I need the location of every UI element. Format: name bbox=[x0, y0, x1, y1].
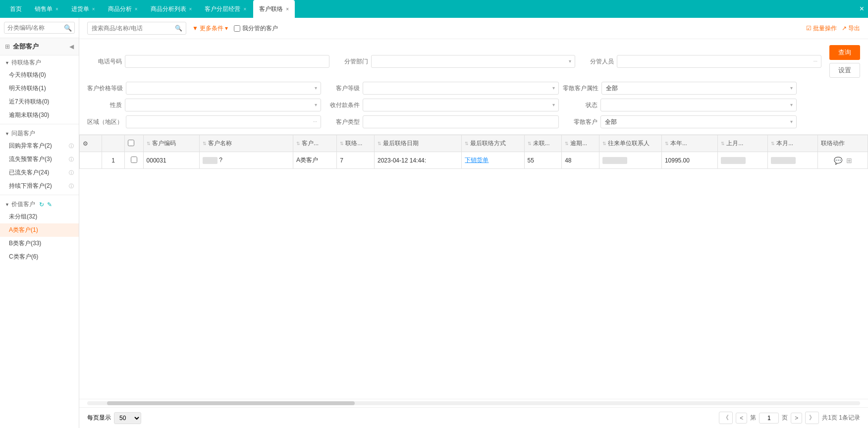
batch-operation-button[interactable]: ☑ 批量操作 bbox=[806, 24, 837, 33]
tab-customer-contact[interactable]: 客户联络 × bbox=[253, 0, 295, 18]
grid-icon: ⊞ bbox=[5, 43, 10, 50]
col-gear[interactable]: ⚙ bbox=[80, 135, 102, 152]
scrollbar-thumb[interactable] bbox=[107, 401, 355, 405]
col-name[interactable]: ⇅ 客户名称 bbox=[200, 135, 293, 152]
payment-input[interactable] bbox=[363, 99, 559, 111]
sidebar-item-a-class[interactable]: A类客户(1) bbox=[0, 223, 79, 237]
tab-customer-contact-close[interactable]: × bbox=[286, 6, 289, 12]
phone-input[interactable] bbox=[125, 55, 329, 68]
col-last-month[interactable]: ⇅ 上月... bbox=[718, 135, 768, 152]
refresh-icon[interactable]: ↻ bbox=[39, 201, 44, 208]
close-all-button[interactable]: × bbox=[860, 4, 864, 13]
filter-more-arrow: ▾ bbox=[225, 25, 228, 32]
col-contact-count[interactable]: ⇅ 联络... bbox=[337, 135, 375, 152]
filter-search-input[interactable] bbox=[87, 22, 186, 35]
tab-purchase[interactable]: 进货单 × bbox=[65, 0, 101, 18]
col-overdue[interactable]: ⇅ 逾期... bbox=[562, 135, 599, 152]
last-page-button[interactable]: 》 bbox=[805, 412, 819, 424]
manager-input[interactable] bbox=[617, 55, 821, 68]
sidebar-item-today-contact[interactable]: 今天待联络(0) bbox=[0, 68, 79, 82]
my-customers-checkbox[interactable] bbox=[234, 25, 240, 32]
tab-customer-segment-close[interactable]: × bbox=[243, 6, 246, 12]
tab-home[interactable]: 首页 bbox=[4, 0, 28, 18]
first-page-button[interactable]: 《 bbox=[719, 412, 733, 424]
tab-analysis[interactable]: 商品分析 × bbox=[102, 0, 144, 18]
problem-arrow-icon: ▼ bbox=[5, 131, 9, 136]
sidebar-collapse-button[interactable]: ◀ bbox=[69, 43, 74, 50]
sidebar-item-c-class[interactable]: C类客户(6) bbox=[0, 250, 79, 264]
settings-icon[interactable]: ⚙ bbox=[83, 140, 88, 147]
customer-type-value: A类客户 bbox=[296, 157, 318, 163]
query-button[interactable]: 查询 bbox=[829, 45, 860, 60]
col-no-contact[interactable]: ⇅ 未联... bbox=[524, 135, 562, 152]
customer-level-label: 客户等级 bbox=[325, 84, 360, 93]
tab-analysis-close[interactable]: × bbox=[135, 6, 138, 12]
row-checkbox[interactable] bbox=[131, 157, 137, 163]
col-last-date[interactable]: ⇅ 最后联络日期 bbox=[374, 135, 461, 152]
filter-form: 电话号码 分管部门 ▾ 分管人员 ··· bbox=[79, 39, 868, 135]
region-more-icon[interactable]: ··· bbox=[313, 119, 317, 124]
tab-analysis-label: 商品分析 bbox=[108, 5, 132, 13]
select-all-checkbox[interactable] bbox=[128, 140, 134, 146]
tab-analysis-list-close[interactable]: × bbox=[189, 6, 192, 12]
col-customer-type[interactable]: ⇅ 客户... bbox=[293, 135, 337, 152]
col-unit-label: 往来单位联系人 bbox=[608, 139, 650, 148]
col-this-year[interactable]: ⇅ 本年... bbox=[661, 135, 717, 152]
tab-sales[interactable]: 销售单 × bbox=[29, 0, 64, 18]
value-customers-group[interactable]: ▼ 价值客户 ↻ ✎ bbox=[0, 197, 79, 210]
filter-search-icon: 🔍 bbox=[175, 25, 182, 32]
scrollbar-track bbox=[87, 401, 860, 405]
col-date-sort-icon: ⇅ bbox=[378, 141, 381, 146]
manager-more-icon[interactable]: ··· bbox=[814, 58, 817, 64]
setting-button[interactable]: 设置 bbox=[829, 63, 860, 78]
col-num bbox=[102, 135, 124, 152]
col-unit-contact[interactable]: ⇅ 往来单位联系人 bbox=[599, 135, 661, 152]
page-size-select[interactable]: 50 100 200 bbox=[114, 412, 141, 424]
sidebar-item-overdue-contact[interactable]: 逾期未联络(30) bbox=[0, 108, 79, 122]
qr-icon[interactable]: ⊞ bbox=[846, 157, 852, 164]
row-code-value: 000031 bbox=[147, 157, 166, 164]
sidebar-divider-1 bbox=[0, 124, 79, 124]
col-last-method[interactable]: ⇅ 最后联络方式 bbox=[462, 135, 524, 152]
next-page-button[interactable]: > bbox=[791, 413, 802, 424]
tab-customer-segment[interactable]: 客户分层经营 × bbox=[199, 0, 252, 18]
filter-more-button[interactable]: ▼ 更多条件 ▾ bbox=[192, 24, 228, 33]
message-icon[interactable]: 💬 bbox=[834, 157, 842, 164]
sidebar-item-churn-warning[interactable]: 流失预警客户(3) ⓘ bbox=[0, 153, 79, 166]
department-input[interactable] bbox=[371, 55, 576, 68]
customer-type-input[interactable] bbox=[363, 115, 559, 128]
region-input[interactable] bbox=[126, 115, 321, 128]
export-button[interactable]: ↗ 导出 bbox=[842, 24, 860, 33]
table-container[interactable]: ⚙ ⇅ 客户编码 bbox=[79, 135, 868, 399]
sidebar-item-declining[interactable]: 持续下滑客户(2) ⓘ bbox=[0, 179, 79, 193]
field-customer-type: 客户类型 bbox=[325, 115, 559, 128]
prev-page-button[interactable]: < bbox=[736, 413, 747, 424]
retail-customer-input[interactable] bbox=[600, 115, 797, 128]
tab-purchase-close[interactable]: × bbox=[92, 6, 95, 12]
sidebar-item-tomorrow-contact[interactable]: 明天待联络(1) bbox=[0, 82, 79, 95]
last-method-value[interactable]: 下销货单 bbox=[465, 157, 488, 163]
row-last-date: 2023-04-12 14:44: bbox=[374, 152, 461, 169]
pending-contact-group[interactable]: ▼ 待联络客户 bbox=[0, 55, 79, 68]
col-code[interactable]: ⇅ 客户编码 bbox=[143, 135, 199, 152]
status-input[interactable] bbox=[600, 99, 797, 111]
nature-input[interactable] bbox=[125, 99, 321, 111]
sidebar-item-ungrouped[interactable]: 未分组(32) bbox=[0, 210, 79, 223]
price-level-input[interactable] bbox=[126, 82, 321, 95]
page-input[interactable] bbox=[759, 413, 779, 424]
sidebar-item-repurchase-abnormal[interactable]: 回购异常客户(2) ⓘ bbox=[0, 139, 79, 153]
customer-level-input[interactable] bbox=[363, 82, 559, 95]
sidebar-item-churned[interactable]: 已流失客户(24) ⓘ bbox=[0, 166, 79, 179]
manager-input-wrap: ··· bbox=[617, 55, 821, 68]
col-this-month[interactable]: ⇅ 本月... bbox=[768, 135, 818, 152]
pagination-right: 《 < 第 页 > 》 共1页 1条记录 bbox=[719, 412, 860, 424]
sidebar-item-7days-contact[interactable]: 近7天待联络(0) bbox=[0, 95, 79, 108]
tab-sales-close[interactable]: × bbox=[55, 6, 58, 12]
tab-analysis-list[interactable]: 商品分析列表 × bbox=[145, 0, 198, 18]
sidebar-item-b-class[interactable]: B类客户(33) bbox=[0, 237, 79, 250]
retail-attribute-input[interactable] bbox=[601, 82, 797, 95]
problem-customers-group[interactable]: ▼ 问题客户 bbox=[0, 126, 79, 139]
horizontal-scrollbar[interactable] bbox=[79, 399, 868, 407]
edit-icon[interactable]: ✎ bbox=[47, 201, 52, 208]
payment-input-wrap: ▾ bbox=[363, 99, 559, 111]
